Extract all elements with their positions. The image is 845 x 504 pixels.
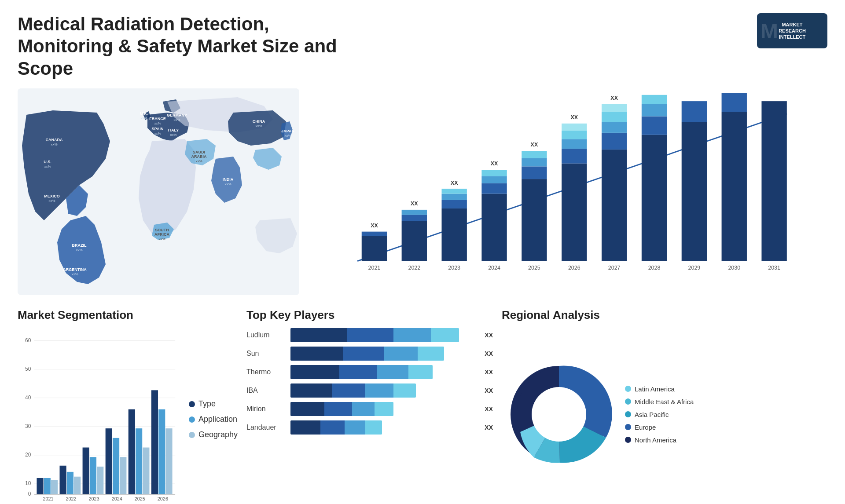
svg-text:XX: XX	[570, 114, 578, 121]
svg-text:0: 0	[28, 491, 31, 497]
reg-dot-latin-america	[625, 386, 631, 392]
svg-text:xx%: xx%	[255, 124, 262, 128]
legend-dot-application	[189, 416, 195, 423]
svg-text:2031: 2031	[768, 265, 780, 271]
svg-text:30: 30	[25, 423, 31, 429]
player-ludlum: Ludlum XX	[246, 328, 493, 342]
header: Medical Radiation Detection, Monitoring …	[18, 13, 827, 80]
svg-text:xx%: xx%	[173, 118, 180, 122]
svg-text:2021: 2021	[43, 496, 53, 501]
map-label-spain: SPAIN	[152, 127, 164, 131]
player-thermo: Thermo XX	[246, 365, 493, 379]
svg-rect-24	[402, 210, 427, 215]
svg-rect-85	[44, 478, 51, 494]
svg-text:xx%: xx%	[154, 121, 161, 125]
svg-text:xx%: xx%	[158, 237, 165, 241]
map-svg: CANADA xx% U.S. xx% MEXICO xx% BRAZIL xx…	[18, 88, 299, 295]
svg-rect-54	[642, 117, 667, 135]
svg-rect-102	[143, 448, 149, 494]
svg-text:2023: 2023	[448, 265, 460, 271]
svg-text:2022: 2022	[408, 265, 420, 271]
player-value-landauer: XX	[485, 424, 493, 431]
svg-rect-89	[67, 472, 73, 494]
svg-rect-100	[129, 409, 135, 494]
svg-rect-84	[37, 478, 43, 494]
map-label-southafrica: SOUTH	[155, 228, 169, 232]
player-bar-thermo	[290, 365, 478, 379]
svg-rect-94	[97, 467, 103, 494]
svg-text:2022: 2022	[66, 496, 76, 501]
svg-rect-27	[441, 200, 467, 208]
svg-rect-38	[522, 158, 547, 166]
svg-text:XX: XX	[491, 161, 498, 167]
bar-2023-dark	[441, 208, 467, 261]
svg-rect-101	[136, 428, 142, 494]
svg-rect-48	[602, 133, 627, 150]
map-label-us: U.S.	[44, 160, 51, 164]
svg-rect-34	[481, 170, 507, 176]
bar-2026-dark	[562, 164, 587, 261]
map-label-saudi: SAUDI	[193, 150, 205, 154]
map-label-mexico: MEXICO	[44, 194, 60, 198]
svg-rect-106	[165, 428, 172, 494]
map-label-france: FRANCE	[149, 117, 166, 121]
player-value-sun: XX	[485, 350, 493, 357]
player-name-ludlum: Ludlum	[246, 331, 286, 339]
seg-legend: Type Application Geography	[184, 328, 238, 504]
svg-rect-93	[90, 457, 96, 494]
player-bar-mirion	[290, 402, 478, 416]
svg-text:20: 20	[25, 452, 31, 458]
svg-rect-45	[562, 124, 587, 131]
svg-text:2026: 2026	[158, 496, 168, 501]
svg-text:xx%: xx%	[170, 133, 176, 137]
bottom-section: Market Segmentation 60 50 40 30 20 10 0	[18, 308, 827, 504]
svg-text:xx%: xx%	[140, 116, 147, 120]
logo-box: M MARKETRESEARCHINTELLECT	[757, 13, 827, 48]
legend-type: Type	[189, 399, 238, 409]
segmentation-title: Market Segmentation	[18, 308, 238, 322]
player-bar-iba	[290, 383, 478, 398]
svg-text:2025: 2025	[135, 496, 145, 501]
reg-label-latin-america: Latin America	[635, 385, 675, 393]
svg-text:2028: 2028	[648, 265, 661, 271]
reg-legend-latin-america: Latin America	[625, 385, 694, 393]
svg-text:xx%: xx%	[284, 134, 291, 138]
bar-2022-dark	[402, 221, 427, 261]
svg-rect-98	[120, 457, 126, 494]
player-name-landauer: Landauer	[246, 424, 286, 431]
player-iba: IBA XX	[246, 383, 493, 398]
map-label-uk: U.K.	[140, 111, 148, 116]
legend-label-application: Application	[198, 415, 237, 424]
map-label-china: CHINA	[253, 119, 265, 124]
world-map: CANADA xx% U.S. xx% MEXICO xx% BRAZIL xx…	[18, 88, 299, 295]
player-name-iba: IBA	[246, 387, 286, 394]
svg-rect-105	[158, 409, 165, 494]
svg-text:2029: 2029	[688, 265, 701, 271]
key-players-section: Top Key Players Ludlum XX	[246, 308, 493, 504]
bar-chart-svg: XX 2021 XX 2022 XX 2023	[326, 93, 819, 286]
reg-label-asia-pacific: Asia Pacific	[635, 411, 669, 418]
map-label-brazil: BRAZIL	[72, 243, 87, 248]
logo-area: M MARKETRESEARCHINTELLECT	[757, 13, 827, 48]
svg-rect-51	[602, 104, 627, 112]
svg-text:ARABIA: ARABIA	[191, 154, 207, 159]
svg-text:2024: 2024	[488, 265, 500, 271]
svg-text:2024: 2024	[112, 496, 122, 501]
svg-text:50: 50	[25, 366, 31, 372]
svg-rect-88	[59, 466, 66, 494]
svg-rect-92	[83, 448, 89, 494]
donut-chart	[502, 357, 616, 471]
map-label-germany: GERMANY	[167, 113, 187, 117]
regional-title: Regional Analysis	[502, 308, 827, 322]
player-value-thermo: XX	[485, 369, 493, 376]
reg-legend-north-america: North America	[625, 436, 694, 444]
svg-text:XX: XX	[451, 180, 458, 186]
legend-application: Application	[189, 415, 238, 424]
svg-rect-44	[562, 131, 587, 139]
svg-text:2021: 2021	[368, 265, 381, 271]
bar-2027-dark	[602, 150, 627, 261]
svg-rect-97	[113, 438, 119, 494]
map-label-argentina: ARGENTINA	[63, 267, 87, 272]
player-bar-ludlum	[290, 328, 478, 342]
player-value-mirion: XX	[485, 405, 493, 413]
